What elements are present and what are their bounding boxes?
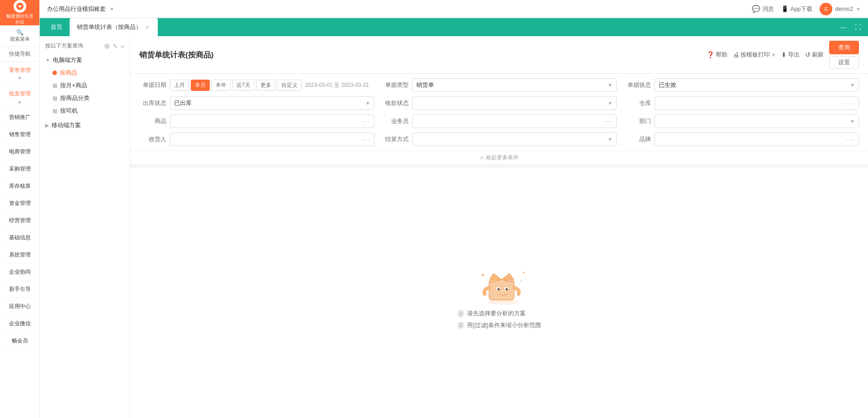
tab-minimize-button[interactable]: —: [837, 21, 850, 33]
tab-close-icon[interactable]: ×: [144, 24, 151, 30]
salesman-input[interactable]: ···: [412, 114, 617, 128]
tree-mobile-schemes[interactable]: ▶ 移动端方案: [40, 119, 130, 132]
query-button[interactable]: 查询: [829, 41, 859, 54]
tree-item-by-driver[interactable]: ▦ 按司机: [40, 104, 130, 117]
receipt-status-arrow-icon: ▼: [608, 100, 613, 106]
dept-label: 部门: [624, 117, 651, 125]
app-download-button[interactable]: 📱 App下载: [781, 5, 812, 13]
seven-days-button[interactable]: 近7天: [232, 80, 255, 91]
svg-text:✦: ✦: [519, 279, 523, 283]
refresh-icon: ↺: [805, 51, 811, 58]
page-header-actions: ❓ 帮助 🖨 按模板打印 ▼ ⬇ 导出 ↺ 刷新: [707, 41, 859, 73]
sidebar-item-guide[interactable]: 新手引导: [0, 281, 39, 298]
sidebar-item-ecommerce[interactable]: 电商管理: [0, 143, 39, 161]
tree-desktop-label: 电脑端方案: [53, 56, 82, 64]
receiver-label: 收货人: [139, 135, 166, 143]
date-range-display: 2023-03-01 至 2023-03-31: [305, 81, 369, 89]
settlement-filter-cell: 结算方式 ▼: [382, 133, 617, 146]
tree-item-by-month-goods[interactable]: ▦ 按月+商品: [40, 79, 130, 92]
brand-label: 品牌: [624, 135, 651, 143]
quick-nav[interactable]: 快捷导航: [0, 47, 39, 62]
svg-point-5: [497, 288, 500, 290]
empty-step-2-icon: 2: [457, 322, 464, 329]
sidebar-item-retail[interactable]: 零售管理 ▼: [0, 62, 39, 86]
settlement-arrow-icon: ▼: [608, 137, 613, 142]
sidebar-item-inventory[interactable]: 库存核算: [0, 178, 39, 195]
doc-status-label: 单据状态: [624, 81, 651, 89]
empty-text-line2: 2 用[过滤]条件来缩小分析范围: [457, 321, 541, 329]
tab-sales-report[interactable]: 销货单统计表（按商品） ×: [70, 18, 158, 36]
sidebar-item-sales[interactable]: 销售管理: [0, 126, 39, 143]
settlement-input[interactable]: ▼: [412, 133, 617, 146]
sidebar-item-finance[interactable]: 资金管理: [0, 195, 39, 212]
left-panel: 按以下方案查询 ⊕ ✎ « ▼ 电脑端方案 按商品 ▦ 按月+商品: [40, 36, 130, 418]
sidebar-item-wholesale[interactable]: 批发管理 ▲: [0, 86, 39, 109]
sidebar-item-member[interactable]: 畅会员: [0, 332, 39, 350]
receipt-status-input[interactable]: ▼: [412, 96, 617, 110]
help-icon: ❓: [707, 51, 714, 58]
more-date-button[interactable]: 更多: [256, 80, 275, 91]
tree-item-by-category[interactable]: ▦ 按商品分类: [40, 92, 130, 104]
refresh-label: 刷新: [812, 51, 824, 59]
custom-date-button[interactable]: 自定义: [277, 80, 302, 91]
sidebar-item-label-ecommerce: 电商管理: [9, 148, 31, 156]
sidebar-item-basic-info[interactable]: 基础信息: [0, 229, 39, 247]
help-label: 帮助: [716, 51, 727, 59]
sidebar-item-label-system: 系统管理: [9, 251, 31, 259]
help-button[interactable]: ❓ 帮助: [707, 51, 727, 59]
user-name: demo2: [835, 5, 853, 12]
tab-maximize-button[interactable]: ⛶: [852, 21, 864, 33]
doc-status-input[interactable]: 已生效 ▼: [655, 78, 859, 92]
doc-status-arrow-icon: ▼: [850, 82, 855, 88]
user-profile[interactable]: E demo2 ▼: [820, 3, 861, 15]
receiver-input[interactable]: ···: [170, 133, 374, 146]
refresh-button[interactable]: ↺ 刷新: [805, 51, 824, 59]
doc-type-input[interactable]: 销货单 ▼: [412, 78, 617, 92]
goods-input[interactable]: ···: [170, 114, 374, 128]
prev-month-button[interactable]: 上月: [170, 80, 189, 91]
edit-scheme-icon[interactable]: ✎: [113, 43, 118, 50]
add-scheme-icon[interactable]: ⊕: [104, 42, 110, 50]
settlement-label: 结算方式: [382, 135, 409, 143]
page-title: 销货单统计表(按商品): [139, 50, 213, 65]
out-status-input[interactable]: 已出库 ▼: [170, 96, 374, 110]
doc-status-filter-cell: 单据状态 已生效 ▼: [624, 78, 859, 92]
workspace-selector[interactable]: 办公用品行业模拟账套 ▼: [47, 5, 114, 13]
sidebar-item-wechat[interactable]: 企业微信: [0, 315, 39, 332]
warehouse-label: 仓库: [624, 99, 651, 107]
collapse-panel-icon[interactable]: «: [121, 43, 124, 50]
tree-desktop-schemes[interactable]: ▼ 电脑端方案: [40, 54, 130, 66]
brand-input[interactable]: ···: [655, 133, 859, 146]
empty-text-container: 1 请先选择要分析的方案 2 用[过滤]条件来缩小分析范围: [457, 309, 541, 329]
warehouse-input[interactable]: ···: [655, 96, 859, 110]
tab-home[interactable]: 首页: [43, 18, 70, 36]
sidebar-item-app-center[interactable]: 应用中心: [0, 298, 39, 315]
search-menu[interactable]: 🔍 搜索菜单: [0, 25, 39, 47]
goods-more-icon: ···: [362, 118, 370, 125]
print-button[interactable]: 🖨 按模板打印 ▼: [733, 51, 776, 59]
dept-input[interactable]: ▼: [655, 114, 859, 128]
settings-button[interactable]: 设置: [829, 56, 859, 69]
tree-item-by-goods[interactable]: 按商品: [40, 66, 130, 79]
grid-icon-2: ▦: [52, 95, 57, 101]
dept-arrow-icon: ▼: [850, 119, 855, 124]
workspace-dropdown-icon: ▼: [109, 6, 114, 12]
sidebar-item-purchase[interactable]: 采购管理: [0, 161, 39, 178]
sidebar-item-label-cooperation: 企业协同: [9, 268, 31, 276]
sidebar-item-label-app-center: 应用中心: [9, 303, 31, 310]
print-icon: 🖨: [733, 51, 739, 58]
dept-filter-cell: 部门 ▼: [624, 114, 859, 128]
this-month-button[interactable]: 本月: [191, 80, 210, 91]
this-year-button[interactable]: 本年: [212, 80, 231, 91]
empty-text-line2-label: 用[过滤]条件来缩小分析范围: [467, 321, 541, 329]
sidebar-item-operations[interactable]: 经营管理: [0, 212, 39, 229]
export-button[interactable]: ⬇ 导出: [781, 51, 800, 59]
search-menu-label: 搜索菜单: [2, 36, 38, 43]
sidebar-item-marketing[interactable]: 营销推广: [0, 109, 39, 126]
sidebar-item-label-purchase: 采购管理: [9, 165, 31, 173]
sidebar-item-system[interactable]: 系统管理: [0, 247, 39, 264]
sidebar-item-label-marketing: 营销推广: [9, 114, 31, 121]
collapse-filter-button[interactable]: ∧ 收起更多条件: [130, 151, 868, 164]
sidebar-item-cooperation[interactable]: 企业协同: [0, 264, 39, 281]
message-button[interactable]: 💬 消息: [752, 5, 774, 13]
